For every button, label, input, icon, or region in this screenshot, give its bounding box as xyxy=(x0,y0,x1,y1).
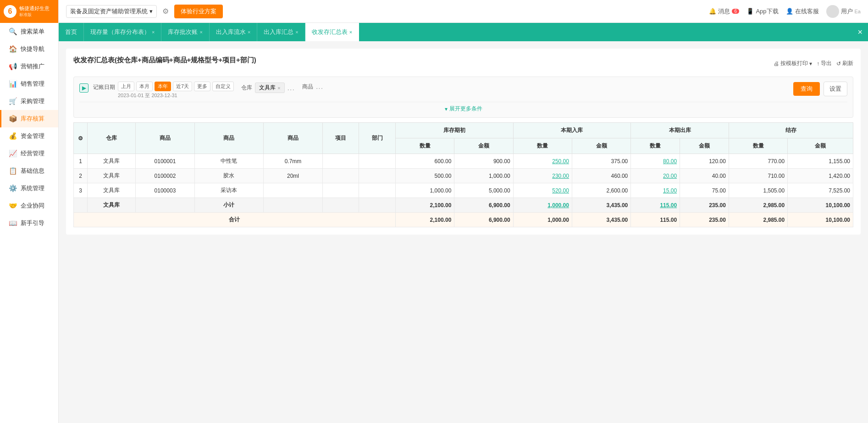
out-qty-link[interactable]: 15.00 xyxy=(663,187,677,194)
sidebar-item-finance[interactable]: 💰资金管理 xyxy=(0,127,58,145)
refresh-icon: ↺ xyxy=(836,60,841,67)
sidebar-item-system[interactable]: ⚙️系统管理 xyxy=(0,180,58,197)
tab-close-inout-summary[interactable]: × xyxy=(295,29,298,35)
warehouse-col-header: 仓库 xyxy=(88,123,136,154)
row-in-amt: 3,435.00 xyxy=(572,198,630,213)
tab-close-recv-send-summary[interactable]: × xyxy=(349,29,352,35)
tab-label-recv-send-summary: 收发存汇总表 xyxy=(312,28,348,36)
row-out-qty[interactable]: 20.00 xyxy=(631,169,680,183)
sidebar-label-base-info: 基础信息 xyxy=(21,167,44,175)
warehouse-more-btn[interactable]: ... xyxy=(287,84,295,92)
row-in-qty[interactable]: 1,000.00 xyxy=(513,198,572,213)
row-in-qty[interactable]: 250.00 xyxy=(513,154,572,169)
row-open-amt: 5,000.00 xyxy=(454,183,513,198)
sidebar-item-quick-nav[interactable]: 🏠快捷导航 xyxy=(0,40,58,58)
app-download-btn[interactable]: 📱 App下载 xyxy=(746,7,778,16)
sidebar-item-guide[interactable]: 📖新手引导 xyxy=(0,214,58,232)
total-in-amt: 3,435.00 xyxy=(572,213,630,227)
date-btn-本年[interactable]: 本年 xyxy=(155,82,171,91)
sidebar-item-purchase[interactable]: 🛒采购管理 xyxy=(0,93,58,110)
sidebar-item-inventory[interactable]: 📦库存核算 xyxy=(0,110,58,127)
sidebar-item-base-info[interactable]: 📋基础信息 xyxy=(0,162,58,180)
out-qty-link[interactable]: 80.00 xyxy=(663,158,677,165)
sidebar-item-enterprise[interactable]: 🤝企业协同 xyxy=(0,197,58,214)
row-open-amt: 1,000.00 xyxy=(454,169,513,183)
row-in-qty[interactable]: 520.00 xyxy=(513,183,572,198)
total-open-qty: 2,100.00 xyxy=(395,213,454,227)
tab-recv-send-summary[interactable]: 收发存汇总表× xyxy=(305,23,359,41)
row-spec xyxy=(264,198,323,213)
sidebar-label-guide: 新手引导 xyxy=(21,219,44,227)
tab-inout-flow[interactable]: 出入库流水× xyxy=(210,23,257,41)
gear-icon[interactable]: ⚙ xyxy=(162,7,169,16)
date-btn-自定义[interactable]: 自定义 xyxy=(212,82,234,91)
sidebar-item-sales[interactable]: 📊销售管理 xyxy=(0,75,58,93)
in-qty-link[interactable]: 250.00 xyxy=(552,158,569,165)
row-close-amt: 7,525.00 xyxy=(788,183,853,198)
tab-close-inventory-dist[interactable]: × xyxy=(152,29,155,35)
enterprise-icon: 🤝 xyxy=(9,202,17,210)
tab-close-inout-flow[interactable]: × xyxy=(248,29,250,35)
chevron-down-icon2: ▾ xyxy=(809,60,812,67)
opening-group-header: 库存期初 xyxy=(395,123,513,138)
sidebar-label-marketing: 营销推广 xyxy=(21,62,44,71)
spec-col-header: 商品 xyxy=(264,123,323,154)
row-out-qty[interactable]: 15.00 xyxy=(631,183,680,198)
tab-batch[interactable]: 库存批次账× xyxy=(161,23,209,41)
out-group-header: 本期出库 xyxy=(631,123,729,138)
row-in-qty[interactable]: 230.00 xyxy=(513,169,572,183)
query-button[interactable]: 查询 xyxy=(793,82,820,96)
row-project xyxy=(322,169,359,183)
in-qty-link[interactable]: 1,000.00 xyxy=(547,202,569,209)
tab-label-inventory-dist: 现存量（库存分布表） xyxy=(90,28,150,36)
warehouse-tag-close[interactable]: × xyxy=(277,85,280,91)
export-btn[interactable]: ↑ 导出 xyxy=(817,60,832,67)
print-btn[interactable]: 🖨 按模板打印 ▾ xyxy=(774,60,812,67)
sidebar-item-operations[interactable]: 📈经营管理 xyxy=(0,145,58,162)
tab-close-batch[interactable]: × xyxy=(199,29,202,35)
notifications-btn[interactable]: 🔔 消息 6 xyxy=(709,7,739,16)
tab-inventory-dist[interactable]: 现存量（库存分布表）× xyxy=(84,23,161,41)
out-qty-link[interactable]: 115.00 xyxy=(660,202,677,209)
out-qty-link[interactable]: 20.00 xyxy=(663,173,677,179)
filter-expand-btn[interactable]: ▶ xyxy=(79,83,88,93)
settings-col-header[interactable]: ⚙ xyxy=(74,123,88,154)
project-col-header: 项目 xyxy=(322,123,359,154)
row-out-qty[interactable]: 115.00 xyxy=(631,198,680,213)
row-in-amt: 460.00 xyxy=(572,169,630,183)
row-code: 0100001 xyxy=(136,154,194,169)
expand-more-btn[interactable]: ▾ 展开更多条件 xyxy=(445,105,482,113)
sidebar-item-marketing[interactable]: 📢营销推广 xyxy=(0,58,58,75)
row-no xyxy=(74,198,88,213)
trial-button[interactable]: 体验行业方案 xyxy=(174,5,223,18)
date-btn-本月[interactable]: 本月 xyxy=(136,82,153,91)
notifications-badge: 6 xyxy=(732,9,739,14)
goods-more-btn[interactable]: ... xyxy=(316,82,323,91)
tabs-close-all-btn[interactable]: × xyxy=(852,27,868,37)
setting-button[interactable]: 设置 xyxy=(824,82,847,96)
tab-home[interactable]: 首页 xyxy=(59,23,84,41)
page-title: 收发存汇总表(按仓库+商品编码+商品+规格型号+项目+部门) xyxy=(73,56,256,65)
in-qty-link[interactable]: 520.00 xyxy=(552,187,569,194)
out-qty-header: 数量 xyxy=(631,138,680,154)
sidebar-label-inventory: 库存核算 xyxy=(21,115,44,123)
sales-icon: 📊 xyxy=(9,80,17,88)
refresh-btn[interactable]: ↺ 刷新 xyxy=(836,60,853,67)
tab-inout-summary[interactable]: 出入库汇总× xyxy=(257,23,305,41)
online-service-btn[interactable]: 👤 在线客服 xyxy=(786,7,819,16)
date-btn-上月[interactable]: 上月 xyxy=(118,82,134,91)
in-qty-link[interactable]: 230.00 xyxy=(552,173,569,179)
user-btn[interactable]: 用户 Ea xyxy=(826,5,861,18)
row-out-qty[interactable]: 80.00 xyxy=(631,154,680,169)
row-open-qty: 600.00 xyxy=(395,154,454,169)
print-icon: 🖨 xyxy=(774,60,779,67)
out-amt-header: 金额 xyxy=(680,138,729,154)
row-code xyxy=(136,198,194,213)
sidebar-item-search[interactable]: 🔍搜索菜单 xyxy=(0,23,58,40)
date-btn-更多[interactable]: 更多 xyxy=(194,82,210,91)
warehouse-tag[interactable]: 文具库 × xyxy=(255,82,284,93)
total-close-amt: 10,100.00 xyxy=(788,213,853,227)
date-btn-近7天[interactable]: 近7天 xyxy=(173,82,192,91)
system-select[interactable]: 装备及固定资产辅助管理系统 ▾ xyxy=(66,5,157,18)
row-spec: 20ml xyxy=(264,169,323,183)
